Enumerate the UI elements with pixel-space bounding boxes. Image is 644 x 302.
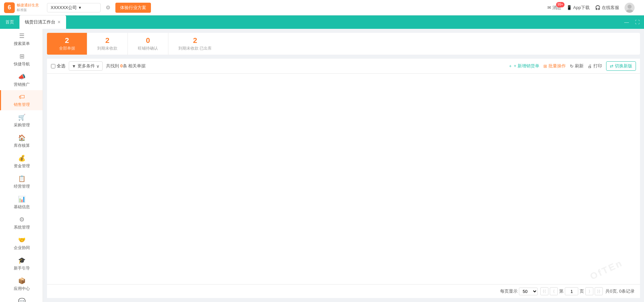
tab-work-station-label: 钱货日清工作台 xyxy=(25,19,55,25)
new-sale-order-button[interactable]: ＋ + 新增销货单 xyxy=(508,63,539,69)
app-download-button[interactable]: 📱 App下载 xyxy=(567,5,590,11)
page-next-button[interactable]: ⟩ xyxy=(585,287,593,295)
switch-version-button[interactable]: ⇄ 切换新版 xyxy=(606,61,636,71)
per-page-label: 每页显示 xyxy=(500,288,518,294)
filter-label: 更多条件 xyxy=(77,63,95,69)
logo-area: 6 畅捷通好生意 标准版 xyxy=(4,2,47,13)
headset-icon: 🎧 xyxy=(595,5,600,10)
tab-expand-button[interactable]: ⛶ xyxy=(633,18,641,26)
refresh-label: 刷新 xyxy=(575,63,584,69)
stat-tab-overdue[interactable]: 2 到期未收款 xyxy=(87,33,128,55)
sidebar-item-base-info[interactable]: 📊 基础信息 xyxy=(0,192,43,213)
toolbar-left: 全选 ▼ 更多条件 ∨ 共找到 0条 相关单据 xyxy=(51,61,505,71)
batch-action-button[interactable]: ⊞ 批量操作 xyxy=(543,63,566,69)
sidebar-enterprise-label: 企业协同 xyxy=(14,245,30,251)
online-service-button[interactable]: 🎧 在线客服 xyxy=(595,5,619,11)
sidebar-operations-label: 经营管理 xyxy=(14,184,30,189)
sidebar-system-label: 系统管理 xyxy=(14,225,30,230)
sidebar-item-purchase[interactable]: 🛒 采购管理 xyxy=(0,110,43,131)
app-download-label: App下载 xyxy=(573,5,590,11)
content-area: 2 全部单据 2 到期未收款 0 旺铺待确认 2 到期未收款 已出库 xyxy=(43,29,644,302)
sidebar-item-inventory[interactable]: 🏠 库存核算 xyxy=(0,131,43,151)
sidebar-item-finance[interactable]: 💰 资金管理 xyxy=(0,151,43,172)
base-info-icon: 📊 xyxy=(18,195,25,203)
filter-button[interactable]: ▼ 更多条件 ∨ xyxy=(69,61,103,71)
sidebar-item-enterprise[interactable]: 🤝 企业协同 xyxy=(0,233,43,253)
message-button[interactable]: ✉ 消息 99+ xyxy=(547,5,561,11)
experience-button[interactable]: 体验行业方案 xyxy=(115,3,151,13)
sidebar-search-label: 搜索菜单 xyxy=(14,41,30,47)
operations-icon: 📋 xyxy=(18,175,25,182)
sidebar-appstore-label: 应用中心 xyxy=(14,286,30,292)
page-label-suffix: 页 xyxy=(580,288,584,294)
tab-home[interactable]: 首页 xyxy=(0,15,19,29)
select-all-checkbox[interactable]: 全选 xyxy=(51,63,65,69)
sidebar-item-sales[interactable]: 🏷 销售管理 xyxy=(0,90,43,110)
pagination-bar: 每页显示 50 100 200 ⟨⟨ ⟨ 第 页 ⟩ xyxy=(47,284,640,298)
sidebar-quicknav-label: 快捷导航 xyxy=(14,61,30,67)
sidebar-base-info-label: 基础信息 xyxy=(14,204,30,210)
stat-overdue-count: 2 xyxy=(105,36,109,45)
select-all-label: 全选 xyxy=(57,63,65,69)
page-last-button[interactable]: ⟩⟩ xyxy=(595,287,603,295)
filter-chevron-icon: ∨ xyxy=(96,64,100,69)
svg-point-1 xyxy=(626,9,633,13)
print-button[interactable]: 🖨 打印 xyxy=(588,63,602,69)
sidebar-sales-label: 销售管理 xyxy=(14,102,30,108)
sidebar-item-marketing[interactable]: 📣 营销推广 xyxy=(0,70,43,90)
total-text: 共0页, 0条记录 xyxy=(605,288,635,294)
sidebar-item-search[interactable]: ☰ 搜索菜单 xyxy=(0,29,43,49)
sidebar-item-appstore[interactable]: 📦 应用中心 xyxy=(0,274,43,294)
per-page-dropdown[interactable]: 50 100 200 xyxy=(519,288,538,295)
message-badge: 99+ xyxy=(556,2,565,7)
main-layout: ☰ 搜索菜单 ⊞ 快捷导航 📣 营销推广 🏷 销售管理 🛒 采购管理 🏠 库存核… xyxy=(0,29,644,302)
inventory-icon: 🏠 xyxy=(18,134,25,141)
page-prev-button[interactable]: ⟨ xyxy=(550,287,558,295)
plus-icon: ＋ xyxy=(508,63,513,69)
sidebar-item-quicknav[interactable]: ⊞ 快捷导航 xyxy=(0,49,43,70)
table-container xyxy=(47,74,640,284)
stat-overdue-label: 到期未收款 xyxy=(97,46,117,51)
enterprise-icon: 🤝 xyxy=(18,236,25,244)
app-download-icon: 📱 xyxy=(567,5,572,10)
stat-wangpu-count: 0 xyxy=(146,36,150,45)
tab-home-label: 首页 xyxy=(5,19,14,25)
settings-button[interactable]: ⚙ xyxy=(103,2,113,13)
page-first-button[interactable]: ⟨⟨ xyxy=(540,287,548,295)
stat-all-count: 2 xyxy=(65,36,69,45)
page-input[interactable] xyxy=(565,287,578,295)
top-header: 6 畅捷通好生意 标准版 XXXXXX公司 ▾ ⚙ 体验行业方案 ✉ 消息 99… xyxy=(0,0,644,15)
avatar[interactable] xyxy=(625,3,635,13)
system-icon: ⚙ xyxy=(19,216,24,223)
stat-tab-shipped[interactable]: 2 到期未收款 已出库 xyxy=(168,33,222,55)
sidebar-item-system[interactable]: ⚙ 系统管理 xyxy=(0,213,43,233)
new-sale-order-label: + 新增销货单 xyxy=(514,63,539,69)
tab-close-icon[interactable]: ✕ xyxy=(57,20,61,24)
tab-minimize-button[interactable]: — xyxy=(623,18,631,26)
marketing-icon: 📣 xyxy=(18,73,25,80)
sidebar-item-operations[interactable]: 📋 经营管理 xyxy=(0,172,43,192)
refresh-icon: ↻ xyxy=(570,64,574,69)
company-selector[interactable]: XXXXXX公司 ▾ xyxy=(47,3,101,12)
finance-icon: 💰 xyxy=(18,155,25,162)
wechat-icon: 💬 xyxy=(18,298,25,302)
sidebar-marketing-label: 营销推广 xyxy=(14,82,30,87)
print-icon: 🖨 xyxy=(588,64,592,69)
batch-icon: ⊞ xyxy=(543,64,547,69)
content-inner: 全选 ▼ 更多条件 ∨ 共找到 0条 相关单据 ＋ xyxy=(47,59,640,298)
app-title: 畅捷通好生意 xyxy=(17,3,39,7)
sidebar-guide-label: 新手引导 xyxy=(14,265,30,271)
tab-work-station[interactable]: 钱货日清工作台 ✕ xyxy=(19,15,66,29)
page-nav: ⟨⟨ ⟨ 第 页 ⟩ ⟩⟩ xyxy=(540,287,603,295)
switch-icon: ⇄ xyxy=(610,64,613,69)
stat-tab-all[interactable]: 2 全部单据 xyxy=(47,33,87,55)
stat-shipped-label: 到期未收款 已出库 xyxy=(178,46,212,51)
appstore-icon: 📦 xyxy=(18,277,25,285)
sidebar-item-wechat[interactable]: 💬 企业微信 xyxy=(0,294,43,302)
stat-all-label: 全部单据 xyxy=(59,46,75,51)
sidebar-item-guide[interactable]: 🎓 新手引导 xyxy=(0,253,43,274)
refresh-button[interactable]: ↻ 刷新 xyxy=(570,63,584,69)
per-page-select: 每页显示 50 100 200 xyxy=(500,288,538,295)
select-all-input[interactable] xyxy=(51,64,55,68)
stat-tab-wangpu[interactable]: 0 旺铺待确认 xyxy=(128,33,168,55)
